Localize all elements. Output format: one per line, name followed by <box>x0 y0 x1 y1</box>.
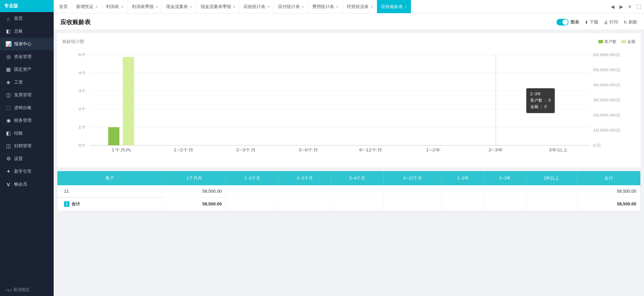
svg-text:2~3年: 2~3年 <box>488 148 503 152</box>
sidebar-label-tax: 税务管理 <box>14 117 32 124</box>
chart-svg: 0个1个2个3个4个5个0元10,000.00元20,000.00元30,000… <box>62 48 635 162</box>
close-icon[interactable]: × <box>233 5 235 9</box>
svg-text:1~2年: 1~2年 <box>426 148 441 152</box>
sidebar-item-home[interactable]: ⌂ 首页 <box>0 12 54 25</box>
sidebar-item-assets[interactable]: ▦ 固定资产 <box>0 63 54 76</box>
svg-rect-21 <box>123 57 134 145</box>
table-header-row: 客户 1个月内 1~2个月 2~3个月 3~6个月 6~12个月 1~2年 2~… <box>57 171 640 185</box>
download-button[interactable]: ⬇ 下载 <box>585 19 598 25</box>
sidebar-item-guide[interactable]: ✦ 新手引导 <box>0 165 54 178</box>
col-m36: 3~6个月 <box>331 171 384 185</box>
tab-voucher[interactable]: 新增凭证 × <box>72 0 102 13</box>
total-y23 <box>484 197 526 211</box>
toggle-track[interactable] <box>556 19 569 26</box>
home-icon: ⌂ <box>5 16 11 21</box>
legend-customer-label: 客户数 <box>604 39 616 45</box>
svg-text:6~12个月: 6~12个月 <box>359 148 382 152</box>
sidebar-collapse[interactable]: ◁◁ 取消固定 <box>0 284 54 296</box>
close-icon[interactable]: × <box>156 5 158 9</box>
sidebar-item-ledger[interactable]: ◧ 总账 <box>0 25 54 38</box>
chart-header: 账龄统计图 客户数 金额 <box>62 39 635 45</box>
col-customer: 客户 <box>57 171 162 185</box>
total-m36 <box>331 197 384 211</box>
refresh-button[interactable]: ↻ 刷新 <box>624 19 637 25</box>
sidebar: 专业版 ⌂ 首页 ◧ 总账 📊 报表中心 ◎ 资金管理 ▦ 固定资产 ◈ 工资 … <box>0 0 54 296</box>
total-icon: Σ <box>64 201 69 207</box>
print-icon: 🖨 <box>604 20 608 25</box>
tab-home[interactable]: 首页 <box>55 0 72 13</box>
col-y3plus: 3年以上 <box>526 171 577 185</box>
refresh-icon: ↻ <box>624 20 627 25</box>
svg-text:3个: 3个 <box>78 89 86 93</box>
tab-fullscreen-button[interactable]: ⛶ <box>635 3 643 11</box>
chart-area: 0个1个2个3个4个5个0元10,000.00元20,000.00元30,000… <box>62 48 635 162</box>
sidebar-label-funds: 资金管理 <box>14 54 32 60</box>
aging-table: 客户 1个月内 1~2个月 2~3个月 3~6个月 6~12个月 1~2年 2~… <box>57 171 640 211</box>
svg-text:40,000.00元: 40,000.00元 <box>593 83 621 87</box>
col-total: 合计 <box>577 171 640 185</box>
tab-ar-stats[interactable]: 应收统计表 × <box>239 0 274 13</box>
guide-icon: ✦ <box>5 168 11 175</box>
sidebar-label-guide: 新手引导 <box>14 168 32 175</box>
tab-next-button[interactable]: ▶ <box>617 3 625 11</box>
reports-icon: 📊 <box>5 41 11 47</box>
tab-ap-stats[interactable]: 应付统计表 × <box>274 0 308 13</box>
print-button[interactable]: 🖨 打印 <box>604 19 618 25</box>
sidebar-item-invoices[interactable]: ◫ 发票管理 <box>0 89 54 101</box>
sidebar-item-tax[interactable]: ◉ 税务管理 <box>0 114 54 127</box>
close-icon[interactable]: × <box>371 5 373 9</box>
sidebar-item-salary[interactable]: ◈ 工资 <box>0 76 54 89</box>
close-icon[interactable]: × <box>267 5 269 9</box>
page-content: 应收账龄表 图表 ⬇ 下载 🖨 打印 ↻ 刷新 <box>54 13 644 296</box>
close-icon[interactable]: × <box>121 5 123 9</box>
sidebar-item-member[interactable]: V 畅会员 <box>0 178 54 191</box>
main-area: 首页 新增凭证 × 利润表 × 利润表季报 × 现金流量表 × 现金流量表季报 … <box>54 0 644 296</box>
cell-m1: 58,500.00 <box>162 185 226 197</box>
sidebar-label-settings: 设置 <box>14 156 23 162</box>
legend-amount-label: 金额 <box>627 39 635 45</box>
legend-amount: 金额 <box>621 39 635 45</box>
tab-bar: 首页 新增凭证 × 利润表 × 利润表季报 × 现金流量表 × 现金流量表季报 … <box>54 0 644 13</box>
tab-cashflow[interactable]: 现金流量表 × <box>162 0 196 13</box>
tab-prev-button[interactable]: ◀ <box>608 3 616 11</box>
svg-text:3~6个月: 3~6个月 <box>299 148 319 152</box>
tab-biz-status[interactable]: 经营状况表 × <box>343 0 377 13</box>
cell-y23 <box>484 185 526 197</box>
tab-expense-stats[interactable]: 费用统计表 × <box>308 0 342 13</box>
download-icon: ⬇ <box>585 20 588 25</box>
svg-text:2~3个月: 2~3个月 <box>236 148 256 152</box>
svg-text:1个月内: 1个月内 <box>112 148 131 152</box>
sidebar-item-reports[interactable]: 📊 报表中心 <box>0 38 54 50</box>
tab-profit-quarterly[interactable]: 利润表季报 × <box>128 0 162 13</box>
tab-profit[interactable]: 利润表 × <box>102 0 127 13</box>
sales-icon: ⬚ <box>5 105 11 111</box>
sidebar-item-settings[interactable]: ⚙ 设置 <box>0 152 54 165</box>
sidebar-item-funds[interactable]: ◎ 资金管理 <box>0 50 54 63</box>
cell-m612 <box>383 185 442 197</box>
total-total: 58,500.00 <box>577 197 640 211</box>
collapse-label: 取消固定 <box>13 287 30 293</box>
tab-cashflow-quarterly[interactable]: 现金流量表季报 × <box>197 0 239 13</box>
page-title: 应收账龄表 <box>60 18 91 26</box>
sidebar-item-closing[interactable]: ◧ 结账 <box>0 127 54 140</box>
close-icon[interactable]: × <box>302 5 304 9</box>
sidebar-item-archive[interactable]: ◫ 归档管理 <box>0 140 54 152</box>
toggle-label: 图表 <box>571 19 579 25</box>
legend-customer-color <box>598 40 603 43</box>
chart-toggle[interactable]: 图表 <box>556 19 579 26</box>
svg-rect-20 <box>108 127 120 145</box>
cell-m36 <box>331 185 384 197</box>
svg-text:30,000.00元: 30,000.00元 <box>593 98 621 102</box>
cell-y3plus <box>526 185 577 197</box>
svg-text:0元: 0元 <box>593 143 601 148</box>
close-icon[interactable]: × <box>405 5 407 9</box>
close-icon[interactable]: × <box>96 5 98 9</box>
total-m612 <box>383 197 442 211</box>
close-icon[interactable]: × <box>190 5 192 9</box>
sidebar-item-sales[interactable]: ⬚ 进销台账 <box>0 101 54 114</box>
tab-close-all-button[interactable]: ✕ <box>626 3 634 11</box>
tab-ar-aging[interactable]: 应收账龄表 × <box>377 0 411 13</box>
chart-container: 账龄统计图 客户数 金额 0个1个2个3个4个5个0元10,000.00元20,… <box>57 33 641 167</box>
sidebar-label-archive: 归档管理 <box>14 143 32 149</box>
close-icon[interactable]: × <box>336 5 338 9</box>
